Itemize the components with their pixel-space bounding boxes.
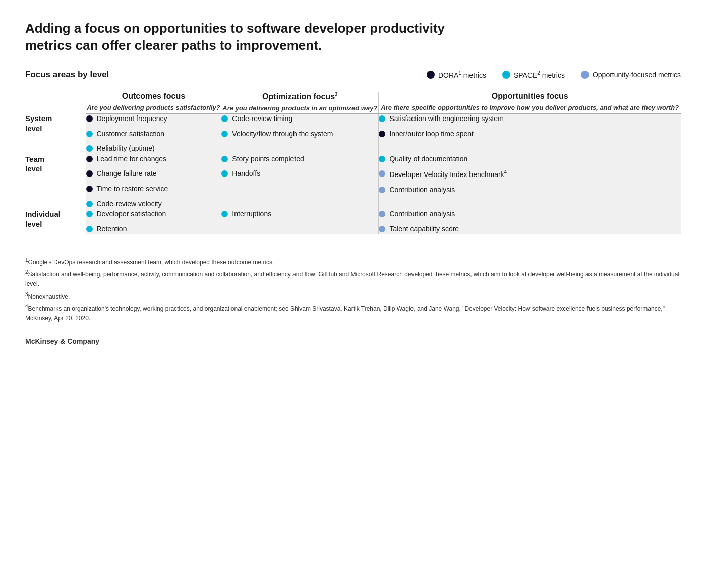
list-item: Code-review timing [221,114,378,124]
list-item: Talent capability score [379,224,681,234]
list-item: Deployment frequency [86,114,221,124]
list-item: Lead time for changes [86,154,221,164]
space-dot-icon [221,115,228,122]
dora-dot-icon [427,71,435,79]
legend-opportunity-label: Opportunity-focused metrics [593,71,681,79]
opportunity-dot-icon [379,187,385,193]
dora-dot-icon [86,170,93,177]
optimization-title: Optimization focus3 [221,92,378,101]
dora-dot-icon [379,131,385,137]
metric-text: Satisfaction with engineering system [389,114,503,124]
metric-text: Time to restore service [97,184,168,194]
list-item: Retention [86,224,221,234]
metric-text: Inner/outer loop time spent [389,129,474,139]
list-item: Time to restore service [86,184,221,194]
metric-text: Reliability (uptime) [97,144,155,154]
space-dot-icon [86,211,93,217]
level-cell-0: Systemlevel [25,113,86,154]
metric-text: Lead time for changes [97,154,167,164]
footnote-1: 1Google's DevOps research and assessment… [25,256,681,267]
level-cell-1: Teamlevel [25,154,86,209]
metric-text: Deployment frequency [97,114,167,124]
dora-dot-icon [86,115,93,122]
header-level-cell [25,92,86,114]
cell-optimization-2: Interruptions [221,209,379,234]
cell-optimization-1: Story points completedHandoffs [221,154,379,209]
footnote-2: 2Satisfaction and well-being, performanc… [25,268,681,289]
metric-text: Velocity/flow through the system [232,129,333,139]
outcomes-subtitle: Are you delivering products satisfactori… [87,104,220,111]
space-dot-icon [502,71,510,79]
metric-text: Change failure rate [97,169,157,179]
dora-dot-icon [86,186,93,192]
level-cell-2: Individuallevel [25,209,86,234]
list-item: Inner/outer loop time spent [379,129,681,139]
space-dot-icon [86,226,93,232]
legend-space: SPACE2 metrics [502,70,565,79]
list-item: Quality of documentation [379,154,681,164]
opportunity-dot-icon [379,226,385,232]
level-title-1: Teamlevel [25,155,44,173]
opportunities-subtitle: Are there specific opportunities to impr… [381,104,679,111]
space-dot-icon [379,115,385,122]
opportunity-dot-icon [379,211,385,217]
space-dot-icon [86,201,93,207]
outcomes-title: Outcomes focus [86,92,221,101]
focus-table: Outcomes focus Are you delivering produc… [25,92,681,234]
header-opportunities: Opportunities focus Are there specific o… [379,92,681,114]
metric-text: Developer satisfaction [97,209,166,219]
list-item: Velocity/flow through the system [221,129,378,139]
opportunities-title: Opportunities focus [379,92,681,101]
legend-row: Focus areas by level DORA1 metrics SPACE… [25,70,681,80]
list-item: Contribution analysis [379,185,681,195]
metric-text: Code-review velocity [97,199,162,209]
footnote-3: 3Nonexhaustive. [25,290,681,302]
metric-text: Customer satisfaction [97,129,165,139]
cell-outcomes-1: Lead time for changesChange failure rate… [86,154,221,209]
space-dot-icon [86,131,93,137]
cell-outcomes-2: Developer satisfactionRetention [86,209,221,234]
optimization-subtitle: Are you delivering products in an optimi… [222,104,377,112]
metric-text: Talent capability score [389,224,459,234]
space-dot-icon [86,145,93,152]
brand-label: McKinsey & Company [25,337,681,345]
space-dot-icon [221,131,228,137]
legend-dora: DORA1 metrics [427,70,486,79]
list-item: Contribution analysis [379,209,681,219]
list-item: Code-review velocity [86,199,221,209]
legend-opportunity: Opportunity-focused metrics [581,71,681,79]
header-optimization: Optimization focus3 Are you delivering p… [221,92,379,114]
cell-outcomes-0: Deployment frequencyCustomer satisfactio… [86,113,221,154]
footnote-4: 4Benchmarks an organization's technology… [25,303,681,323]
opportunity-dot-icon [379,170,385,177]
space-dot-icon [221,170,228,177]
metric-text: Contribution analysis [389,185,455,195]
metric-text: Handoffs [232,169,260,179]
metric-text: Quality of documentation [389,154,467,164]
legend-dora-label: DORA1 metrics [438,70,486,79]
space-dot-icon [379,156,385,162]
footnotes: 1Google's DevOps research and assessment… [25,249,681,323]
cell-opportunities-0: Satisfaction with engineering systemInne… [379,113,681,154]
page-title: Adding a focus on opportunities to softw… [25,20,459,54]
opportunity-dot-icon [581,71,589,79]
space-dot-icon [221,211,228,217]
list-item: Interruptions [221,209,378,219]
level-title-0: Systemlevel [25,114,52,133]
level-title-2: Individuallevel [25,210,61,228]
space-dot-icon [221,156,228,162]
cell-opportunities-1: Quality of documentationDeveloper Veloci… [379,154,681,209]
legend-space-label: SPACE2 metrics [514,70,565,79]
metric-text: Story points completed [232,154,304,164]
metric-text: Developer Velocity Index benchmark4 [389,169,507,180]
list-item: Handoffs [221,169,378,179]
list-item: Satisfaction with engineering system [379,114,681,124]
list-item: Developer Velocity Index benchmark4 [379,169,681,180]
cell-optimization-0: Code-review timingVelocity/flow through … [221,113,379,154]
list-item: Developer satisfaction [86,209,221,219]
header-outcomes: Outcomes focus Are you delivering produc… [86,92,221,114]
metric-text: Contribution analysis [389,209,455,219]
list-item: Customer satisfaction [86,129,221,139]
legend-label: Focus areas by level [25,70,109,80]
cell-opportunities-2: Contribution analysisTalent capability s… [379,209,681,234]
